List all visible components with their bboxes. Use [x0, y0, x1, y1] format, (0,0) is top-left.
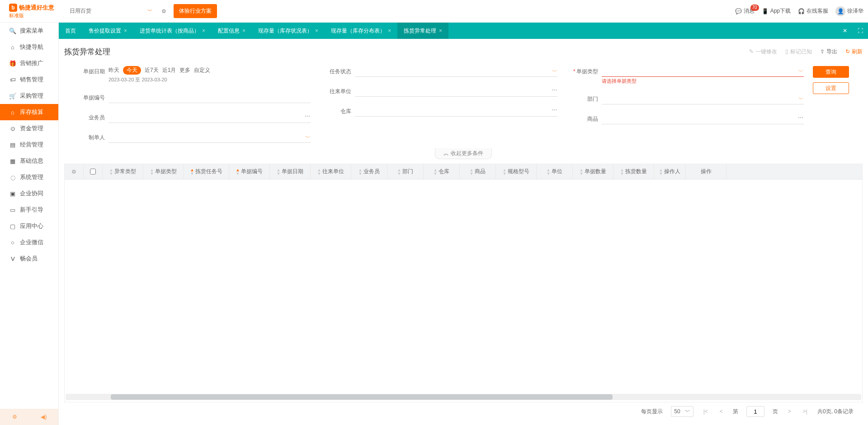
sidebar-item[interactable]: ▣企业协同 [0, 185, 58, 202]
app-download-link[interactable]: 📱 App下载 [762, 7, 791, 15]
tab[interactable]: 首页 [59, 23, 82, 39]
column-header[interactable]: ▲▼单据类型 [143, 164, 184, 179]
scrollbar-thumb[interactable] [111, 394, 613, 400]
messages-link[interactable]: 💬 消息 70 [735, 7, 755, 15]
footer-collapse-icon[interactable]: ◀) [37, 410, 51, 424]
user-menu[interactable]: 👤 徐泽华 [835, 6, 863, 16]
sidebar-item[interactable]: ◌系统管理 [0, 169, 58, 185]
date-option[interactable]: 今天 [123, 66, 141, 75]
sidebar-item[interactable]: ▭新手引导 [0, 202, 58, 218]
date-option[interactable]: 近7天 [145, 66, 159, 74]
settings-button[interactable]: 设置 [813, 82, 849, 94]
column-header[interactable]: 操作 [686, 164, 726, 179]
sidebar-item[interactable]: ⌂库存核算 [0, 104, 58, 120]
column-header[interactable]: ▲▼操作人 [654, 164, 686, 179]
column-header[interactable] [84, 164, 103, 179]
more-icon[interactable]: ⋯ [798, 114, 804, 121]
close-icon[interactable]: × [388, 28, 391, 34]
sidebar-item[interactable]: ▦基础信息 [0, 153, 58, 169]
header-settings-icon[interactable]: ⚙ [158, 5, 169, 18]
tab[interactable]: 拣货异常处理× [397, 23, 448, 39]
goods-input[interactable] [602, 113, 804, 124]
sort-icon[interactable]: ▲▼ [150, 168, 154, 175]
select-all-checkbox[interactable] [90, 169, 96, 175]
sidebar-item[interactable]: 🎁营销推广 [0, 55, 58, 71]
tab[interactable]: 配置信息× [212, 23, 252, 39]
tab-fullscreen-icon[interactable]: ⛶ [853, 23, 868, 39]
doctype-select[interactable] [602, 66, 804, 77]
column-header[interactable]: ▲▼拣货任务号 [184, 164, 229, 179]
sidebar-item[interactable]: 🏷销售管理 [0, 71, 58, 88]
batch-edit-button[interactable]: ✎一键修改 [749, 48, 777, 56]
horizontal-scrollbar[interactable] [66, 394, 861, 400]
tab[interactable]: 现存量（库存分布表）× [325, 23, 397, 39]
close-icon[interactable]: × [124, 28, 127, 34]
mark-read-button[interactable]: ▯标记已知 [785, 48, 812, 56]
column-header[interactable]: ▲▼仓库 [424, 164, 460, 179]
close-icon[interactable]: × [439, 28, 442, 34]
column-header[interactable]: ▲▼单据编号 [229, 164, 270, 179]
tab[interactable]: 进货单统计表（按商品）× [133, 23, 212, 39]
sort-icon[interactable]: ▲▼ [277, 168, 281, 175]
tab-close-all-icon[interactable]: ✕ [837, 23, 853, 39]
footer-gear-icon[interactable]: ⚙ [8, 410, 21, 424]
warehouse-input[interactable] [355, 106, 557, 117]
prev-page-button[interactable]: < [718, 408, 725, 415]
sort-icon[interactable]: ▲▼ [236, 168, 240, 175]
close-icon[interactable]: × [315, 28, 318, 34]
column-header[interactable]: ▲▼单位 [537, 164, 573, 179]
sidebar-item[interactable]: ⊙资金管理 [0, 120, 58, 137]
maker-select[interactable] [108, 132, 311, 143]
per-page-select[interactable]: 50 ﹀ [671, 406, 693, 417]
biz-input[interactable] [108, 112, 311, 123]
column-header[interactable]: ▲▼规格型号 [496, 164, 537, 179]
date-option[interactable]: 更多 [179, 66, 190, 74]
query-button[interactable]: 查询 [813, 66, 849, 78]
sort-icon[interactable]: ▲▼ [580, 168, 584, 175]
column-header[interactable]: ▲▼业务员 [351, 164, 387, 179]
sort-icon[interactable]: ▲▼ [434, 168, 438, 175]
first-page-button[interactable]: |< [702, 408, 710, 415]
more-icon[interactable]: ⋯ [552, 87, 557, 93]
column-header[interactable]: ▲▼单据数量 [573, 164, 613, 179]
column-header[interactable]: ▲▼异常类型 [103, 164, 143, 179]
tab[interactable]: 现存量（库存状况表）× [252, 23, 325, 39]
date-option[interactable]: 自定义 [194, 66, 210, 74]
more-icon[interactable]: ⋯ [305, 113, 311, 119]
store-selector[interactable]: 日用百货 ﹀ [66, 5, 156, 18]
more-icon[interactable]: ⋯ [552, 107, 557, 113]
sort-icon[interactable]: ▲▼ [190, 168, 194, 175]
taskstatus-select[interactable] [355, 66, 557, 77]
refresh-button[interactable]: ↻刷新 [845, 48, 863, 56]
sort-icon[interactable]: ▲▼ [359, 168, 363, 175]
sidebar-item[interactable]: ⌂快捷导航 [0, 39, 58, 55]
sidebar-item[interactable]: ▢应用中心 [0, 218, 58, 234]
sort-icon[interactable]: ▲▼ [109, 168, 113, 175]
online-service-link[interactable]: 🎧 在线客服 [798, 7, 828, 15]
dept-select[interactable] [602, 94, 804, 104]
last-page-button[interactable]: >| [801, 408, 809, 415]
sidebar-item[interactable]: 🔍搜索菜单 [0, 23, 58, 39]
next-page-button[interactable]: > [786, 408, 793, 415]
collapse-filters-button[interactable]: ︽ 收起更多条件 [435, 148, 492, 159]
sort-icon[interactable]: ▲▼ [659, 168, 663, 175]
trial-plan-button[interactable]: 体验行业方案 [174, 4, 217, 18]
sidebar-item[interactable]: ○企业微信 [0, 234, 58, 250]
date-option[interactable]: 近1月 [162, 66, 176, 74]
sidebar-item[interactable]: 🛒采购管理 [0, 88, 58, 104]
gear-icon[interactable]: ⚙ [71, 169, 76, 175]
sidebar-item[interactable]: Ⅴ畅会员 [0, 250, 58, 267]
column-header[interactable]: ⚙ [65, 164, 84, 179]
column-header[interactable]: ▲▼商品 [460, 164, 496, 179]
sort-icon[interactable]: ▲▼ [317, 168, 321, 175]
sort-icon[interactable]: ▲▼ [470, 168, 474, 175]
column-header[interactable]: ▲▼部门 [387, 164, 424, 179]
page-input[interactable] [746, 406, 764, 417]
close-icon[interactable]: × [242, 28, 245, 34]
sort-icon[interactable]: ▲▼ [620, 168, 624, 175]
sort-icon[interactable]: ▲▼ [547, 168, 551, 175]
sort-icon[interactable]: ▲▼ [397, 168, 401, 175]
export-button[interactable]: ⇪导出 [820, 48, 837, 56]
partner-input[interactable] [355, 86, 557, 97]
column-header[interactable]: ▲▼拣货数量 [613, 164, 654, 179]
